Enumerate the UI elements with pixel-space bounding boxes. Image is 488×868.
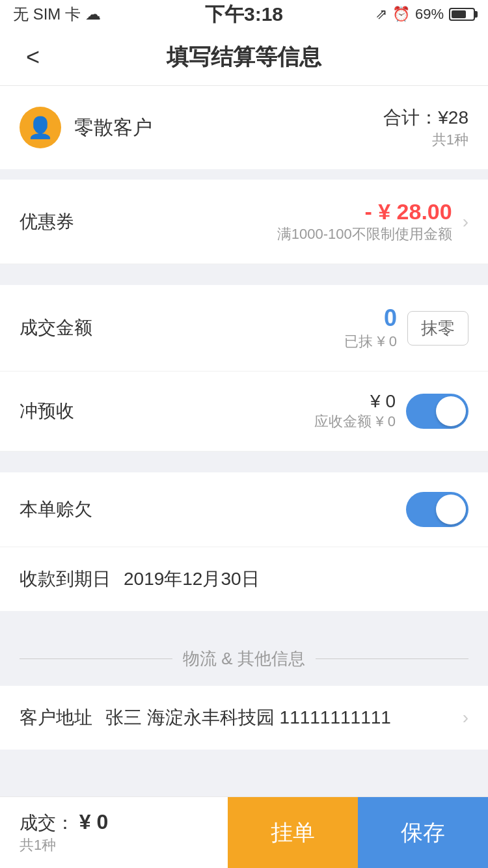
location-icon: ⇗ — [375, 6, 387, 23]
battery-percent: 69% — [415, 6, 444, 23]
customer-row: 👤 零散客户 合计：¥28 共1种 — [0, 86, 488, 169]
credit-toggle-knob — [436, 495, 466, 524]
coupon-desc: 满1000-100不限制使用金额 — [277, 224, 452, 244]
coupon-value: - ¥ 28.00 — [277, 199, 452, 224]
address-card: 客户地址 张三 海淀永丰科技园 11111111111 › — [0, 686, 488, 750]
credit-label: 本单赊欠 — [20, 497, 92, 522]
due-date-label: 收款到期日 — [20, 567, 111, 591]
back-button[interactable]: < — [20, 37, 46, 77]
divider-3 — [0, 621, 488, 632]
status-right: ⇗ ⏰ 69% — [375, 6, 475, 23]
pending-button[interactable]: 挂单 — [228, 797, 358, 868]
logistics-section-title: 物流 & 其他信息 — [0, 632, 488, 686]
total-count: 共1种 — [383, 130, 468, 150]
logistics-title-text: 物流 & 其他信息 — [183, 647, 305, 670]
bottom-deal-row: 成交： ¥ 0 — [20, 810, 208, 835]
bottom-bar: 成交： ¥ 0 共1种 挂单 保存 — [0, 796, 488, 868]
prepayment-receivable: 应收金额 ¥ 0 — [314, 412, 396, 431]
coupon-card: 优惠券 - ¥ 28.00 满1000-100不限制使用金额 › — [0, 180, 488, 264]
credit-card: 本单赊欠 收款到期日 2019年12月30日 — [0, 472, 488, 611]
address-row[interactable]: 客户地址 张三 海淀永丰科技园 11111111111 › — [0, 686, 488, 750]
prepayment-right: ¥ 0 应收金额 ¥ 0 — [74, 391, 468, 431]
bottom-deal-label: 成交： — [20, 813, 74, 833]
prepayment-value-stack: ¥ 0 应收金额 ¥ 0 — [314, 391, 396, 431]
coupon-value-stack: - ¥ 28.00 满1000-100不限制使用金额 — [277, 199, 452, 244]
deal-amount-label: 成交金额 — [20, 316, 92, 340]
credit-row: 本单赊欠 — [0, 472, 488, 547]
customer-right: 合计：¥28 共1种 — [383, 105, 468, 150]
alarm-icon: ⏰ — [392, 6, 410, 23]
no-sim-text: 无 SIM 卡 ☁ — [13, 4, 101, 25]
chevron-right-icon: › — [463, 211, 468, 232]
bottom-info: 成交： ¥ 0 共1种 — [0, 797, 228, 868]
avatar-icon: 👤 — [27, 115, 53, 140]
deal-value-stack: 已抹 ¥ 0 — [344, 305, 397, 351]
coupon-right: - ¥ 28.00 满1000-100不限制使用金额 › — [74, 199, 468, 244]
coupon-label: 优惠券 — [20, 210, 74, 234]
prepayment-toggle[interactable] — [406, 394, 468, 429]
credit-right — [92, 492, 468, 527]
toggle-knob — [436, 396, 466, 426]
page-title: 填写结算等信息 — [167, 42, 321, 72]
prepayment-row: 冲预收 ¥ 0 应收金额 ¥ 0 — [0, 372, 488, 452]
prepayment-label: 冲预收 — [20, 399, 74, 424]
divider-1 — [0, 275, 488, 285]
address-chevron-icon: › — [463, 707, 468, 728]
status-time: 下午3:18 — [205, 1, 283, 28]
deal-amount-right: 已抹 ¥ 0 抹零 — [92, 305, 468, 351]
save-button[interactable]: 保存 — [358, 797, 488, 868]
customer-name: 零散客户 — [74, 115, 152, 141]
coupon-row[interactable]: 优惠券 - ¥ 28.00 满1000-100不限制使用金额 › — [0, 180, 488, 264]
battery-icon — [449, 8, 475, 21]
customer-left: 👤 零散客户 — [20, 107, 152, 148]
avatar: 👤 — [20, 107, 61, 148]
deal-amount-input[interactable] — [345, 305, 397, 332]
prepayment-amount: ¥ 0 — [314, 391, 396, 412]
status-bar: 无 SIM 卡 ☁ 下午3:18 ⇗ ⏰ 69% — [0, 0, 488, 29]
address-label: 客户地址 — [20, 705, 92, 730]
status-left: 无 SIM 卡 ☁ — [13, 4, 101, 25]
credit-toggle[interactable] — [406, 492, 468, 527]
customer-card: 👤 零散客户 合计：¥28 共1种 — [0, 86, 488, 169]
deal-amount-row: 成交金额 已抹 ¥ 0 抹零 — [0, 285, 488, 372]
bottom-deal-amount: ¥ 0 — [79, 810, 108, 834]
due-date-value: 2019年12月30日 — [124, 567, 260, 591]
bottom-count: 共1种 — [20, 835, 208, 855]
divider-2 — [0, 462, 488, 472]
round-off-button[interactable]: 抹零 — [407, 311, 468, 346]
address-value: 张三 海淀永丰科技园 11111111111 — [105, 705, 463, 730]
total-amount: 合计：¥28 — [383, 105, 468, 130]
nav-bar: < 填写结算等信息 — [0, 29, 488, 86]
content: 👤 零散客户 合计：¥28 共1种 优惠券 - ¥ 28.00 满1000-10… — [0, 86, 488, 868]
deal-card: 成交金额 已抹 ¥ 0 抹零 冲预收 ¥ 0 应收金额 ¥ 0 — [0, 285, 488, 452]
deducted-text: 已抹 ¥ 0 — [344, 332, 397, 351]
due-date-row: 收款到期日 2019年12月30日 — [0, 547, 488, 611]
